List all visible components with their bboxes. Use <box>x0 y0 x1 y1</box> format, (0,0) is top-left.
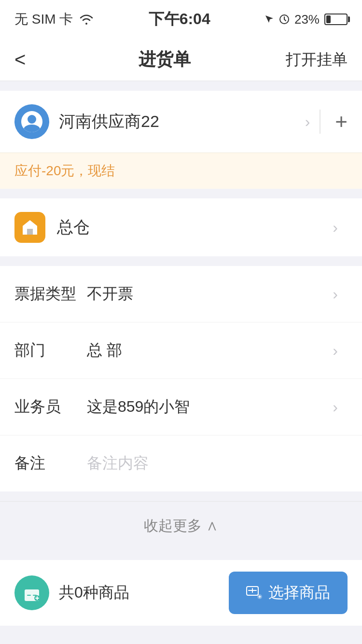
collapse-more-label: 收起更多 ∧ <box>144 518 218 533</box>
page-title: 进货单 <box>139 48 191 71</box>
department-chevron-icon: › <box>333 342 338 360</box>
cart-plus-svg <box>246 586 263 600</box>
salesperson-chevron-icon: › <box>333 398 338 416</box>
clock-icon <box>279 14 290 25</box>
department-value: 总 部 <box>87 340 333 361</box>
warehouse-chevron-icon: › <box>333 219 338 237</box>
ticket-type-value: 不开票 <box>87 283 333 305</box>
shopping-bag-svg <box>22 583 42 603</box>
vertical-divider <box>320 110 320 134</box>
supplier-avatar <box>14 104 49 139</box>
section-gap-1 <box>0 81 362 91</box>
supplier-name: 河南供应商22 <box>59 111 305 133</box>
location-icon <box>265 14 274 24</box>
select-product-label: 选择商品 <box>268 582 330 603</box>
salesperson-row[interactable]: 业务员 这是859的小智 › <box>0 379 362 435</box>
status-left: 无 SIM 卡 <box>14 10 94 28</box>
remark-label: 备注 <box>14 453 87 474</box>
warehouse-row[interactable]: 总仓 › <box>0 198 362 256</box>
ticket-type-row[interactable]: 票据类型 不开票 › <box>0 266 362 322</box>
warehouse-icon <box>14 212 45 243</box>
nav-bar: < 进货单 打开挂单 <box>0 39 362 81</box>
supplier-row[interactable]: 河南供应商22 › + <box>0 91 362 153</box>
status-right: 23% <box>265 12 348 27</box>
remark-row[interactable]: 备注 备注内容 <box>0 435 362 491</box>
product-footer: 共0种商品 选择商品 <box>0 560 362 626</box>
department-row[interactable]: 部门 总 部 › <box>0 322 362 379</box>
ticket-type-label: 票据类型 <box>14 283 87 305</box>
open-pending-button[interactable]: 打开挂单 <box>286 49 348 70</box>
select-product-button[interactable]: 选择商品 <box>229 572 348 614</box>
warehouse-svg <box>21 218 39 237</box>
info-banner: 应付-20元，现结 <box>0 153 362 189</box>
salesperson-value: 这是859的小智 <box>87 396 333 418</box>
salesperson-label: 业务员 <box>14 396 87 418</box>
carrier-text: 无 SIM 卡 <box>14 10 73 28</box>
department-label: 部门 <box>14 340 87 361</box>
wifi-icon <box>79 14 94 25</box>
svg-rect-1 <box>27 229 33 235</box>
collapse-more-button[interactable]: 收起更多 ∧ <box>0 501 362 550</box>
status-bar: 无 SIM 卡 下午6:04 23% <box>0 0 362 39</box>
avatar-inner <box>21 111 42 132</box>
battery-percent: 23% <box>294 12 320 27</box>
warehouse-name: 总仓 <box>57 216 333 238</box>
remark-input[interactable]: 备注内容 <box>87 453 348 474</box>
ticket-type-chevron-icon: › <box>333 285 338 303</box>
product-icon <box>14 575 49 610</box>
supplier-chevron-icon: › <box>305 113 310 131</box>
add-supplier-button[interactable]: + <box>335 110 348 134</box>
form-section: 票据类型 不开票 › 部门 总 部 › 业务员 这是859的小智 › 备注 备注… <box>0 266 362 491</box>
battery-icon <box>324 14 348 25</box>
product-count-label: 共0种商品 <box>59 582 229 603</box>
info-text: 应付-20元，现结 <box>14 163 115 178</box>
supplier-section: 河南供应商22 › + 应付-20元，现结 <box>0 91 362 189</box>
back-button[interactable]: < <box>14 49 43 70</box>
status-time: 下午6:04 <box>149 9 210 30</box>
select-product-icon <box>246 586 263 600</box>
